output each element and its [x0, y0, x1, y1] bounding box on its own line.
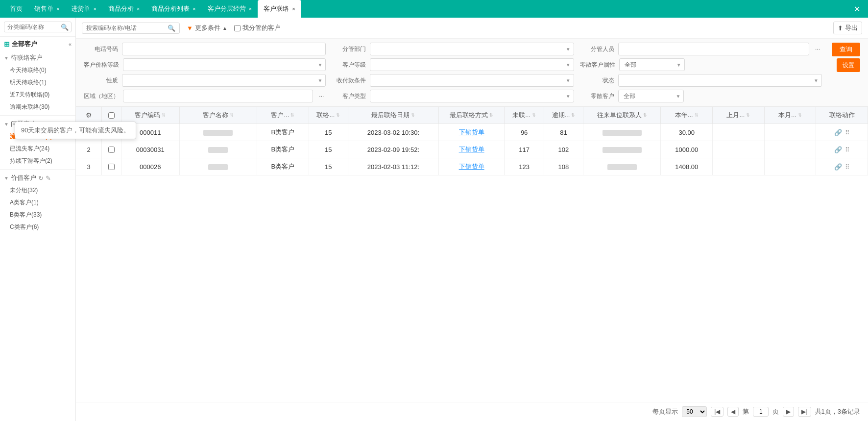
- sidebar-section-value[interactable]: ▼ 价值客户 ↻ ✎: [0, 172, 75, 184]
- th-last-month[interactable]: 上月... ⇅: [713, 107, 765, 124]
- window-close-icon[interactable]: ✕: [850, 4, 864, 14]
- my-customers-checkbox[interactable]: [234, 25, 241, 31]
- close-tab-customer-layer-icon[interactable]: ×: [249, 6, 252, 12]
- prev-page-btn[interactable]: ◀: [727, 407, 739, 417]
- th-date[interactable]: 最后联络日期 ⇅: [348, 107, 439, 124]
- row1-link-icon[interactable]: 🔗: [834, 129, 842, 136]
- row3-more-icon[interactable]: ⠿: [845, 163, 850, 171]
- filter-cell-region: 区域（地区） ···: [84, 90, 332, 102]
- person-more-btn[interactable]: ···: [813, 46, 822, 52]
- next-page-btn[interactable]: ▶: [783, 407, 794, 417]
- settings-btn[interactable]: 设置: [837, 58, 860, 72]
- row3-link-icon[interactable]: 🔗: [834, 163, 842, 171]
- th-this-month[interactable]: 本月... ⇅: [764, 107, 816, 124]
- filter-bar: 🔍 ▼ 更多条件 ▲ 我分管的客户 ⬆ 导出: [76, 18, 868, 39]
- close-tab-analysis-list-icon[interactable]: ×: [193, 6, 195, 12]
- sidebar-all-customers[interactable]: ⊞ 全部客户 «: [0, 37, 75, 51]
- row2-way-link[interactable]: 下销货单: [459, 146, 484, 153]
- data-table: ⚙ 客户编码 ⇅: [76, 107, 868, 175]
- th-type[interactable]: 客户... ⇅: [257, 107, 309, 124]
- dept-select[interactable]: ▼: [370, 43, 574, 55]
- sidebar-item-class-c[interactable]: C类客户(6): [0, 221, 75, 233]
- row2-more-icon[interactable]: ⠿: [845, 146, 850, 153]
- sort-icon-overdue: ⇅: [571, 113, 575, 118]
- price-level-select[interactable]: ▼: [123, 58, 326, 71]
- edit-icon[interactable]: ✎: [46, 174, 51, 182]
- more-conditions-btn[interactable]: ▼ 更多条件 ▲: [184, 22, 230, 34]
- sidebar-item-class-a[interactable]: A类客户(1): [0, 197, 75, 209]
- retail-attr-select[interactable]: 全部 ▼: [619, 58, 685, 71]
- refresh-icon[interactable]: ↻: [38, 174, 44, 182]
- query-settings-col: 查询 设置: [828, 43, 860, 102]
- row1-way-link[interactable]: 下销货单: [459, 128, 484, 136]
- nav-tab-sales[interactable]: 销售单 ×: [28, 0, 65, 18]
- sidebar-section-pending[interactable]: ▼ 待联络客户: [0, 51, 75, 64]
- sidebar-item-class-b[interactable]: B类客户(33): [0, 209, 75, 221]
- row1-way[interactable]: 下销货单: [438, 124, 505, 141]
- person-input[interactable]: [618, 43, 809, 55]
- grid-icon: ⊞: [4, 40, 10, 48]
- region-input[interactable]: [123, 90, 313, 102]
- nav-tab-customer-link[interactable]: 客户联络 ×: [258, 0, 301, 18]
- page-input[interactable]: [753, 407, 769, 417]
- row3-way-link[interactable]: 下销货单: [459, 163, 484, 170]
- sidebar-item-today[interactable]: 今天待联络(0): [0, 64, 75, 76]
- th-this-year[interactable]: 本年... ⇅: [661, 107, 713, 124]
- region-more-btn[interactable]: ···: [317, 93, 326, 99]
- row2-name: [179, 141, 257, 158]
- th-unlinked[interactable]: 未联... ⇅: [505, 107, 544, 124]
- main-search-input[interactable]: [86, 25, 168, 31]
- sidebar-item-tomorrow[interactable]: 明天待联络(1): [0, 76, 75, 89]
- row2-link-icon[interactable]: 🔗: [834, 146, 842, 153]
- close-tab-purchase-icon[interactable]: ×: [93, 6, 96, 12]
- nav-tab-analysis-list[interactable]: 商品分析列表 ×: [145, 0, 201, 18]
- row3-way[interactable]: 下销货单: [438, 158, 505, 175]
- select-all-checkbox[interactable]: [108, 112, 115, 119]
- nav-tab-analysis[interactable]: 商品分析 ×: [102, 0, 145, 18]
- row2-check[interactable]: [102, 141, 121, 158]
- th-way[interactable]: 最后联络方式 ⇅: [438, 107, 505, 124]
- export-btn[interactable]: ⬆ 导出: [833, 22, 862, 34]
- row1-contact: 15: [309, 124, 348, 141]
- payment-select[interactable]: ▼: [370, 74, 574, 87]
- last-page-btn[interactable]: ▶|: [798, 407, 811, 417]
- sidebar-item-declining[interactable]: 持续下滑客户(2): [0, 155, 75, 167]
- close-tab-customer-link-icon[interactable]: ×: [292, 6, 295, 12]
- retail-select[interactable]: 全部 ▼: [618, 90, 684, 102]
- row2-checkbox[interactable]: [108, 147, 115, 153]
- first-page-btn[interactable]: |◀: [711, 407, 723, 417]
- nav-tab-customer-layer[interactable]: 客户分层经营 ×: [202, 0, 258, 18]
- row1-this-month: [764, 124, 816, 141]
- row2-way[interactable]: 下销货单: [438, 141, 505, 158]
- sidebar-item-overdue[interactable]: 逾期未联络(30): [0, 101, 75, 113]
- th-overdue[interactable]: 逾期... ⇅: [544, 107, 583, 124]
- status-select[interactable]: ▼: [618, 74, 822, 87]
- close-tab-analysis-icon[interactable]: ×: [137, 6, 140, 12]
- sidebar-item-week[interactable]: 近7天待联络(0): [0, 89, 75, 101]
- sidebar-item-churned[interactable]: 已流失客户(24): [0, 143, 75, 155]
- per-page-select[interactable]: 50 100 200: [682, 406, 707, 417]
- chevron-up-icon: ▲: [222, 25, 227, 31]
- close-tab-sales-icon[interactable]: ×: [56, 6, 59, 12]
- th-contact[interactable]: 联络... ⇅: [309, 107, 348, 124]
- settings-gear-icon[interactable]: ⚙: [86, 111, 92, 119]
- my-customers-checkbox-wrap[interactable]: 我分管的客户: [234, 24, 281, 32]
- sidebar-item-ungroup[interactable]: 未分组(32): [0, 184, 75, 197]
- retail-attr-label: 零散客户属性: [580, 61, 615, 69]
- sidebar-collapse-btn[interactable]: «: [69, 41, 72, 47]
- nav-tab-purchase[interactable]: 进货单 ×: [65, 0, 102, 18]
- cust-level-label: 客户等级: [332, 61, 366, 69]
- cust-level-select[interactable]: ▼: [370, 58, 574, 71]
- nav-home[interactable]: 首页: [4, 4, 28, 13]
- th-unit-contact[interactable]: 往来单位联系人 ⇅: [583, 107, 661, 124]
- th-name[interactable]: 客户名称 ⇅: [179, 107, 257, 124]
- row3-check[interactable]: [102, 158, 121, 175]
- nature-select[interactable]: ▼: [122, 74, 326, 87]
- row3-checkbox[interactable]: [108, 164, 115, 170]
- main-search-icon[interactable]: 🔍: [168, 25, 175, 32]
- row2-num: 2: [76, 141, 102, 158]
- cust-type-select[interactable]: ▼: [370, 90, 574, 102]
- row1-more-icon[interactable]: ⠿: [845, 129, 850, 136]
- query-btn[interactable]: 查询: [832, 43, 860, 56]
- phone-input[interactable]: [122, 43, 326, 55]
